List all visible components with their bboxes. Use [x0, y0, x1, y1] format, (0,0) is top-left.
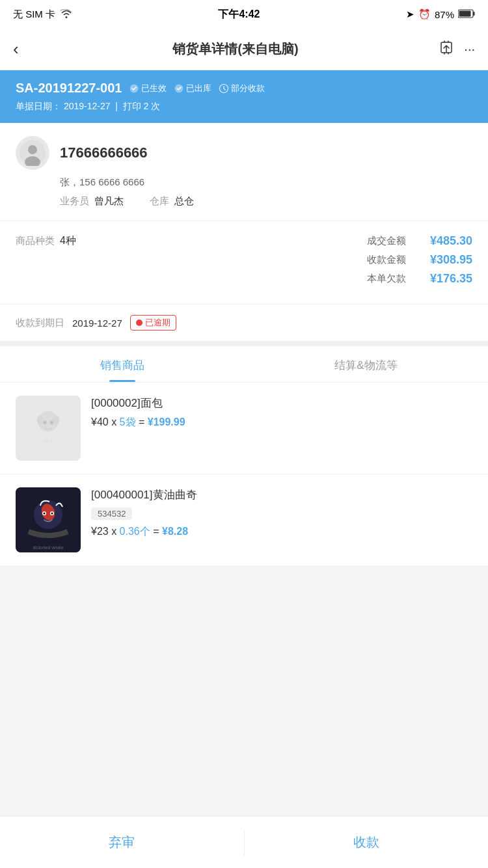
overdue-dot-icon [136, 319, 142, 326]
customer-avatar [16, 136, 49, 170]
product-item-cookie: distorted whale [000400001]黄油曲奇 534532 ¥… [0, 474, 488, 566]
summary-right: 成交金额 ¥485.30 收款金额 ¥308.95 本单欠款 ¥176.35 [244, 234, 472, 291]
battery-icon [458, 9, 475, 20]
product-name-cookie: [000400001]黄油曲奇 [91, 487, 472, 502]
product-type-label: 商品种类 [16, 235, 55, 247]
customer-phone: 17666666666 [60, 144, 148, 161]
product-price-cookie: ¥23 x 0.36个 = ¥8.28 [91, 525, 472, 539]
nav-bar: ‹ 销货单详情(来自电脑) ··· [0, 29, 488, 70]
tab-bar: 销售商品 结算&物流等 [0, 346, 488, 383]
share-button[interactable] [439, 40, 454, 58]
debt-amount: ¥176.35 [414, 272, 472, 286]
status-time: 下午4:42 [218, 8, 260, 21]
cancel-review-button[interactable]: 弃审 [0, 817, 244, 868]
transaction-label: 成交金额 [367, 235, 406, 247]
product-price-bread: ¥40 x 5袋 = ¥199.99 [91, 416, 472, 429]
svg-point-16 [51, 422, 53, 424]
back-button[interactable]: ‹ [13, 39, 19, 59]
customer-section: 17666666666 张，156 6666 6666 业务员 曾凡杰 仓库 总… [0, 123, 488, 221]
product-image-bread: 兽+ [16, 396, 81, 461]
salesperson-label: 业务员 [60, 195, 89, 208]
product-info-bread: [0000002]面包 ¥40 x 5袋 = ¥199.99 [91, 396, 472, 429]
summary-section: 商品种类 4种 成交金额 ¥485.30 收款金额 ¥308.95 本单欠款 ¥… [0, 221, 488, 305]
svg-text:兽+: 兽+ [44, 438, 53, 444]
product-qty-cookie: 0.36个 [120, 526, 150, 537]
warehouse-item: 仓库 总仓 [150, 195, 194, 208]
badge-effective: 已生效 [129, 83, 167, 94]
wifi-icon [61, 9, 72, 20]
product-qty-bread: 5袋 [120, 416, 136, 427]
due-section: 收款到期日 2019-12-27 已逾期 [0, 305, 488, 346]
svg-point-8 [28, 145, 37, 154]
transaction-amount-row: 成交金额 ¥485.30 [244, 234, 472, 248]
product-total-bread: ¥199.99 [148, 416, 185, 427]
received-label: 收款金额 [367, 254, 406, 266]
received-amount-row: 收款金额 ¥308.95 [244, 253, 472, 267]
status-right: ➤ ⏰ 87% [406, 8, 475, 20]
location-icon: ➤ [406, 8, 414, 20]
salesperson-item: 业务员 曾凡杰 [60, 195, 124, 208]
summary-left: 商品种类 4种 [16, 234, 244, 248]
customer-row: 17666666666 [16, 136, 472, 170]
order-banner-top: SA-20191227-001 已生效 已出库 部分收款 [16, 81, 472, 96]
product-info-cookie: [000400001]黄油曲奇 534532 ¥23 x 0.36个 = ¥8.… [91, 487, 472, 539]
product-type-row: 商品种类 4种 [16, 234, 244, 248]
due-date-label: 收款到期日 [16, 317, 64, 329]
order-banner: SA-20191227-001 已生效 已出库 部分收款 单据日期： 2019-… [0, 70, 488, 123]
tab-products[interactable]: 销售商品 [0, 346, 244, 382]
warehouse-value: 总仓 [174, 195, 194, 208]
product-sku-cookie: 534532 [91, 508, 132, 520]
transaction-amount: ¥485.30 [414, 234, 472, 248]
product-image-cookie: distorted whale [16, 487, 81, 552]
product-list: 兽+ [0000002]面包 ¥40 x 5袋 = ¥199.99 [0, 383, 488, 566]
battery-label: 87% [435, 9, 454, 20]
warehouse-label: 仓库 [150, 195, 169, 208]
order-date: 单据日期： 2019-12-27 | 打印 2 次 [16, 101, 472, 113]
product-type-count: 4种 [60, 234, 76, 248]
order-id: SA-20191227-001 [16, 81, 122, 96]
debt-label: 本单欠款 [367, 273, 406, 285]
carrier-label: 无 SIM 卡 [13, 8, 55, 21]
received-amount: ¥308.95 [414, 253, 472, 267]
nav-actions: ··· [439, 40, 475, 58]
svg-point-24 [51, 513, 53, 515]
product-total-cookie: ¥8.28 [162, 526, 188, 537]
more-button[interactable]: ··· [464, 42, 475, 57]
customer-info: 张，156 6666 6666 [16, 176, 472, 189]
svg-point-23 [44, 513, 46, 515]
collect-payment-button[interactable]: 收款 [245, 817, 489, 868]
product-name-bread: [0000002]面包 [91, 396, 472, 411]
due-date-value: 2019-12-27 [72, 318, 122, 329]
svg-text:distorted whale: distorted whale [33, 545, 63, 550]
badge-partial: 部分收款 [219, 83, 265, 94]
salesperson-value: 曾凡杰 [94, 195, 124, 208]
alarm-icon: ⏰ [418, 8, 431, 20]
badge-shipped: 已出库 [174, 83, 211, 94]
svg-rect-1 [473, 12, 475, 16]
bottom-bar: 弃审 收款 [0, 816, 488, 868]
tab-settlement[interactable]: 结算&物流等 [244, 346, 488, 382]
debt-amount-row: 本单欠款 ¥176.35 [244, 272, 472, 286]
svg-point-12 [53, 416, 60, 425]
svg-point-11 [37, 416, 44, 425]
overdue-badge: 已逾期 [130, 315, 176, 331]
page-title: 销货单详情(来自电脑) [32, 40, 440, 58]
product-item: 兽+ [0000002]面包 ¥40 x 5袋 = ¥199.99 [0, 383, 488, 474]
status-left: 无 SIM 卡 [13, 8, 72, 21]
svg-point-15 [44, 422, 46, 424]
customer-meta: 业务员 曾凡杰 仓库 总仓 [16, 195, 472, 208]
svg-rect-2 [459, 10, 470, 16]
status-bar: 无 SIM 卡 下午4:42 ➤ ⏰ 87% [0, 0, 488, 29]
